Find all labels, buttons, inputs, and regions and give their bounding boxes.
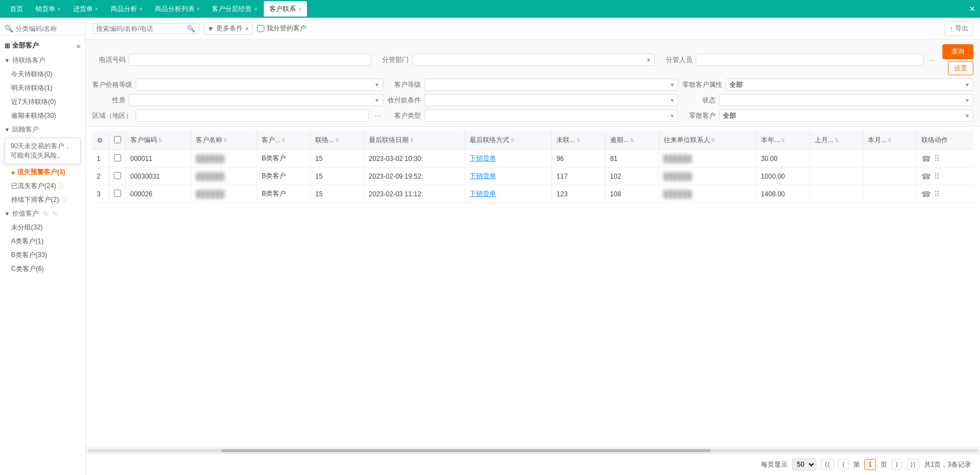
sidebar-item-today[interactable]: 今天待联络(0) — [0, 67, 85, 81]
sort-contacts-icon[interactable]: ⇅ — [335, 138, 340, 143]
my-customers-checkbox-wrap[interactable]: 我分管的客户 — [257, 24, 306, 33]
my-customers-checkbox[interactable] — [257, 25, 264, 32]
filter-price-level-select[interactable] — [135, 79, 383, 91]
action-contact-icon[interactable]: ☎ — [921, 190, 931, 199]
tab-product-analysis[interactable]: 商品分析 × — [105, 1, 148, 17]
row-checkbox[interactable] — [114, 190, 121, 197]
select-all-checkbox[interactable] — [114, 136, 121, 143]
sidebar-group-review[interactable]: ▼ 回顾客户 — [0, 123, 85, 137]
sidebar-item-churned[interactable]: 已流失客户(24) ⓘ — [0, 179, 85, 193]
more-filter-button[interactable]: ▼ 更多条件 ∧ — [204, 22, 253, 35]
edit-icon[interactable]: ✎ — [52, 210, 58, 218]
sidebar-item-7days[interactable]: 近7天待联络(0) — [0, 95, 85, 109]
tab-purchase[interactable]: 进货单 × — [67, 1, 104, 17]
tab-sales[interactable]: 销货单 × — [30, 1, 66, 17]
cell-checkbox[interactable] — [109, 185, 126, 203]
sidebar-group-value[interactable]: ▼ 价值客户 ↻ ✎ — [0, 207, 85, 221]
th-contacts[interactable]: 联络...⇅ — [311, 131, 364, 150]
filter-zero-customer-select[interactable]: 全部 — [719, 109, 973, 122]
tab-customer-contact-close[interactable]: × — [298, 6, 301, 12]
sort-contact-person-icon[interactable]: ⇅ — [711, 138, 716, 143]
page-next-button[interactable]: ⟩ — [892, 459, 902, 470]
cell-last-method[interactable]: 下销货单 — [465, 168, 552, 185]
page-first-button[interactable]: ⟨⟨ — [821, 459, 834, 470]
th-settings[interactable]: ⚙ — [92, 131, 109, 150]
sidebar-search-input[interactable] — [15, 25, 86, 33]
sidebar-all-customers[interactable]: ⊞ 全部客户 « — [0, 38, 85, 54]
filter-status-select[interactable] — [719, 94, 973, 106]
tab-product-analysis-close[interactable]: × — [139, 6, 143, 12]
cell-last-method[interactable]: 下销货单 — [465, 150, 552, 168]
cell-checkbox[interactable] — [109, 168, 126, 185]
th-this-month[interactable]: 本月...⇅ — [863, 131, 917, 150]
sidebar-item-ungrouped[interactable]: 未分组(32) — [0, 221, 85, 234]
table-settings-icon[interactable]: ⚙ — [97, 137, 103, 144]
sort-not-contacted-icon[interactable]: ⇅ — [576, 138, 581, 143]
sort-last-method-icon[interactable]: ⇅ — [510, 138, 515, 143]
last-method-link[interactable]: 下销货单 — [470, 172, 496, 180]
filter-phone-input[interactable] — [129, 54, 371, 66]
sort-code-icon[interactable]: ⇅ — [158, 138, 163, 143]
sidebar-item-declining[interactable]: 持续下滑客户(2) ⓘ — [0, 193, 85, 207]
tab-product-list-close[interactable]: × — [197, 6, 200, 12]
sidebar-item-tomorrow[interactable]: 明天待联络(1) — [0, 81, 85, 95]
tab-customer-segment-close[interactable]: × — [254, 6, 257, 12]
cell-last-method[interactable]: 下销货单 — [465, 185, 552, 203]
th-last-method[interactable]: 最后联络方式⇅ — [465, 131, 552, 150]
cell-checkbox[interactable] — [109, 150, 126, 168]
row-checkbox[interactable] — [114, 154, 121, 161]
filter-manager-more-icon[interactable]: ··· — [927, 55, 938, 64]
filter-region-more-icon[interactable]: ··· — [372, 111, 383, 120]
filter-payment-select[interactable] — [424, 94, 679, 106]
filter-manager-input[interactable] — [696, 54, 924, 66]
th-not-contacted[interactable]: 未联...⇅ — [552, 131, 606, 150]
action-contact-icon[interactable]: ☎ — [921, 154, 931, 163]
th-this-year[interactable]: 本年...⇅ — [756, 131, 810, 150]
tab-home[interactable]: 首页 — [4, 1, 29, 17]
sort-last-month-icon[interactable]: ⇅ — [835, 138, 839, 143]
th-last-month[interactable]: 上月...⇅ — [810, 131, 863, 150]
th-last-date[interactable]: 最后联络日期⇅ — [364, 131, 465, 150]
tab-sales-close[interactable]: × — [58, 6, 61, 12]
search-input[interactable] — [96, 25, 185, 33]
sort-type-icon[interactable]: ⇅ — [282, 138, 286, 143]
th-checkbox[interactable] — [109, 131, 126, 150]
action-more-icon[interactable]: ⠿ — [934, 172, 940, 181]
th-name[interactable]: 客户名称⇅ — [191, 131, 257, 150]
filter-customer-type-select[interactable] — [424, 109, 679, 122]
refresh-icon[interactable]: ↻ — [43, 210, 49, 218]
filter-customer-level-select[interactable] — [424, 79, 679, 91]
scrollbar-thumb[interactable] — [221, 449, 711, 452]
sidebar-item-overdue[interactable]: 逾期未联络(30) — [0, 109, 85, 123]
sidebar-item-churn-warning[interactable]: ● 流失预警客户(3) — [0, 165, 85, 179]
per-page-select[interactable]: 50 — [792, 458, 816, 471]
tab-product-list[interactable]: 商品分析列表 × — [149, 1, 206, 17]
sidebar-item-class-b[interactable]: B类客户(33) — [0, 248, 85, 262]
sidebar-group-pending[interactable]: ▼ 待联络客户 — [0, 54, 85, 67]
th-overdue[interactable]: 逾期...⇅ — [606, 131, 659, 150]
tab-customer-contact[interactable]: 客户联系 × — [264, 1, 307, 17]
last-method-link[interactable]: 下销货单 — [470, 154, 496, 162]
horizontal-scrollbar[interactable] — [86, 447, 980, 453]
sort-this-month-icon[interactable]: ⇅ — [888, 138, 892, 143]
filter-region-input[interactable] — [135, 109, 369, 122]
sidebar-item-class-a[interactable]: A类客户(1) — [0, 234, 85, 248]
search-submit-icon[interactable]: 🔍 — [187, 25, 195, 33]
action-more-icon[interactable]: ⠿ — [934, 190, 940, 199]
sort-name-icon[interactable]: ⇅ — [223, 138, 228, 143]
query-button[interactable]: 查询 — [942, 44, 973, 59]
export-button[interactable]: ↑ 导出 — [945, 21, 973, 36]
scrollbar-track[interactable] — [88, 449, 978, 452]
tab-purchase-close[interactable]: × — [95, 6, 98, 12]
th-code[interactable]: 客户编码⇅ — [126, 131, 191, 150]
page-last-button[interactable]: ⟩⟩ — [906, 459, 920, 470]
filter-zero-attr-select[interactable]: 全部 — [726, 79, 973, 91]
tab-customer-segment[interactable]: 客户分层经营 × — [206, 1, 263, 17]
page-prev-button[interactable]: ⟨ — [838, 459, 849, 470]
sidebar-collapse-icon[interactable]: « — [76, 41, 81, 50]
last-method-link[interactable]: 下销货单 — [470, 190, 496, 197]
action-contact-icon[interactable]: ☎ — [921, 172, 931, 181]
row-checkbox[interactable] — [114, 172, 121, 179]
settings-button[interactable]: 设置 — [948, 61, 973, 75]
sidebar-item-class-c[interactable]: C类客户(6) — [0, 262, 85, 276]
